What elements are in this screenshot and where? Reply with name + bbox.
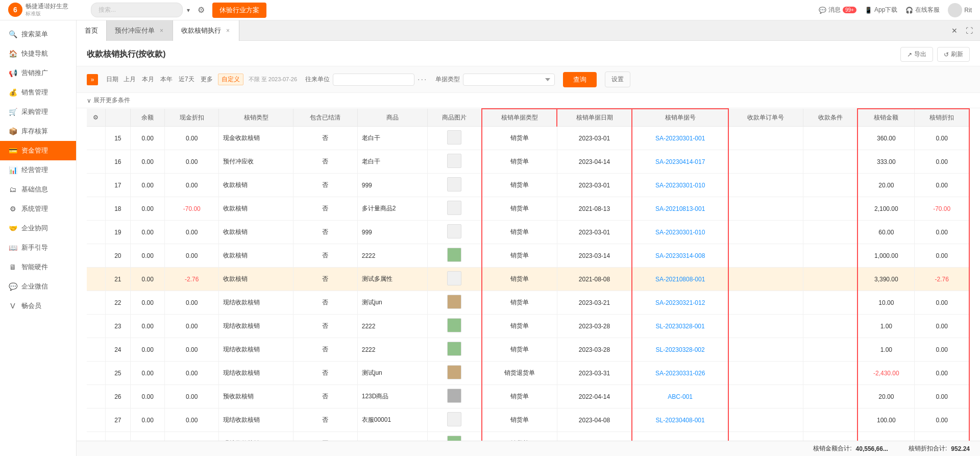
cell-balance: 0.00 xyxy=(131,362,165,385)
cell-cancelbillno[interactable]: ABC-001 xyxy=(632,385,728,409)
cell-cancelamount: 3,390.00 xyxy=(857,268,915,291)
col-settings-header[interactable]: ⚙ xyxy=(87,109,105,127)
cell-balance: 0.00 xyxy=(131,409,165,432)
date-last-month[interactable]: 上月 xyxy=(121,74,138,85)
date-7days[interactable]: 近7天 xyxy=(177,74,197,85)
refresh-button[interactable]: ↺ 刷新 xyxy=(937,47,970,62)
top-gear-btn[interactable]: ⚙ xyxy=(194,3,208,17)
cell-includesettled: 否 xyxy=(293,338,357,362)
cell-canceldiscount: 0.00 xyxy=(915,150,969,174)
cell-cancelamount: 100.00 xyxy=(857,409,915,432)
expand-more-bar[interactable]: ∨ 展开更多条件 xyxy=(77,93,980,108)
export-button[interactable]: ↗ 导出 xyxy=(900,47,933,62)
filter-billtype-select[interactable] xyxy=(463,74,555,86)
cell-settings xyxy=(87,362,105,385)
cell-seq: 15 xyxy=(105,127,131,150)
cell-canceldiscount: 0.00 xyxy=(915,432,969,441)
cell-receiptcondition xyxy=(803,385,857,409)
cell-canceldate: 2022-04-14 xyxy=(557,385,632,409)
date-more[interactable]: 更多 xyxy=(199,74,215,85)
query-button[interactable]: 查询 xyxy=(563,72,597,87)
tab-fullscreen-btn[interactable]: ⛶ xyxy=(963,25,976,37)
cell-cancelbillno[interactable]: SL-20230408-001 xyxy=(632,409,728,432)
cell-cancelbillno[interactable]: SL-20230328-001 xyxy=(632,315,728,338)
sidebar-item-search[interactable]: 🔍 搜索菜单 xyxy=(0,25,76,44)
tab-collection-close[interactable]: × xyxy=(225,26,231,35)
tab-prepay[interactable]: 预付冲应付单 × xyxy=(107,20,173,41)
cell-cancelbillno[interactable]: SL-20230418-001 xyxy=(632,432,728,441)
date-this-year[interactable]: 本年 xyxy=(158,74,175,85)
cell-cancelbillno[interactable]: SA-20230301-010 xyxy=(632,174,728,197)
sidebar-label: 销售管理 xyxy=(21,88,48,97)
user-area[interactable]: Rit xyxy=(948,3,972,17)
cell-seq: 21 xyxy=(105,268,131,291)
industry-btn[interactable]: 休验行业方案 xyxy=(212,3,266,18)
cell-receiptcondition xyxy=(803,432,857,441)
cell-canceltype: 收款核销 xyxy=(219,174,293,197)
table-container[interactable]: ⚙ 余额 现金折扣 核销类型 包含已结清 商品 商品图片 核销单据类型 核销单据… xyxy=(77,108,980,441)
filter-expand-button[interactable]: » xyxy=(87,74,98,85)
cell-canceldiscount: -2.76 xyxy=(915,268,969,291)
cell-receiptcondition xyxy=(803,268,857,291)
cell-includesettled: 否 xyxy=(293,362,357,385)
cell-seq: 19 xyxy=(105,221,131,244)
cell-seq: 26 xyxy=(105,385,131,409)
cell-balance: 0.00 xyxy=(131,338,165,362)
date-this-month[interactable]: 本月 xyxy=(140,74,156,85)
filter-unit-input[interactable] xyxy=(333,74,414,86)
sidebar-item-member[interactable]: V 畅会员 xyxy=(0,296,76,316)
cell-cashdiscount: 0.00 xyxy=(165,221,219,244)
message-icon: 💬 xyxy=(819,7,826,14)
cell-cancelbillno[interactable]: SA-20210808-001 xyxy=(632,268,728,291)
hardware-icon: 🖥 xyxy=(8,263,17,271)
cell-canceldate: 2021-08-13 xyxy=(557,197,632,221)
sidebar-item-sales[interactable]: 💰 销售管理 xyxy=(0,83,76,102)
sidebar-item-business[interactable]: 📊 经营管理 xyxy=(0,160,76,180)
cell-settings xyxy=(87,268,105,291)
cell-cancelbillno[interactable]: SA-20230331-026 xyxy=(632,362,728,385)
cell-cancelbillno[interactable]: SA-20230301-001 xyxy=(632,127,728,150)
cell-cancelbillno[interactable]: SA-20230414-017 xyxy=(632,150,728,174)
filter-settings-button[interactable]: 设置 xyxy=(605,71,630,87)
cell-canceltype: 收款核销 xyxy=(219,221,293,244)
tab-collection[interactable]: 收款核销执行 × xyxy=(173,20,239,41)
tab-prepay-close[interactable]: × xyxy=(159,26,164,35)
footer-total-discount: 核销折扣合计: 952.24 xyxy=(909,444,970,453)
sidebar-item-finance[interactable]: 💳 资金管理 xyxy=(0,141,76,160)
date-custom-btn[interactable]: 自定义 xyxy=(218,74,243,85)
sidebar-item-marketing[interactable]: 📢 营销推广 xyxy=(0,63,76,83)
top-dropdown-btn[interactable]: ▾ xyxy=(187,7,190,14)
cell-cancelamount: 10.00 xyxy=(857,291,915,315)
sidebar-item-system[interactable]: ⚙ 系统管理 xyxy=(0,199,76,219)
cell-settings xyxy=(87,197,105,221)
member-icon: V xyxy=(8,302,17,310)
tab-close-btn[interactable]: ✕ xyxy=(948,25,961,37)
cell-cancelbillno[interactable]: SA-20230301-010 xyxy=(632,221,728,244)
cell-balance: 0.00 xyxy=(131,432,165,441)
online-service-item[interactable]: 🎧 在线客服 xyxy=(905,6,940,14)
sidebar-item-hardware[interactable]: 🖥 智能硬件 xyxy=(0,257,76,277)
total-discount-value: 952.24 xyxy=(951,445,970,452)
cell-cancelbillno[interactable]: SL-20230328-002 xyxy=(632,338,728,362)
cell-goods: 测试多属性 xyxy=(357,268,427,291)
sidebar-item-inventory[interactable]: 📦 库存核算 xyxy=(0,122,76,141)
cell-balance: 0.00 xyxy=(131,385,165,409)
cell-canceldate: 2023-03-01 xyxy=(557,127,632,150)
cell-settings xyxy=(87,174,105,197)
sidebar-item-guide[interactable]: 📖 新手引导 xyxy=(0,238,76,257)
logo-badge: 标准版 xyxy=(26,10,68,17)
cell-canceldiscount: 0.00 xyxy=(915,385,969,409)
sidebar-label: 系统管理 xyxy=(21,204,48,213)
cell-cancelbillno[interactable]: SA-20210813-001 xyxy=(632,197,728,221)
sidebar-item-basic[interactable]: 🗂 基础信息 xyxy=(0,180,76,199)
sidebar-item-wechat[interactable]: 💬 企业微信 xyxy=(0,277,76,296)
cell-cancelbillno[interactable]: SA-20230314-008 xyxy=(632,244,728,268)
cell-canceldate: 2023-03-01 xyxy=(557,221,632,244)
message-item[interactable]: 💬 消息 99+ xyxy=(819,6,856,14)
tab-home[interactable]: 首页 xyxy=(77,20,107,41)
sidebar-item-enterprise[interactable]: 🤝 企业协同 xyxy=(0,219,76,238)
sidebar-item-shortcuts[interactable]: 🏠 快捷导航 xyxy=(0,44,76,63)
app-download-item[interactable]: 📱 App下载 xyxy=(865,6,897,14)
cell-cancelbillno[interactable]: SA-20230321-012 xyxy=(632,291,728,315)
sidebar-item-purchase[interactable]: 🛒 采购管理 xyxy=(0,102,76,122)
